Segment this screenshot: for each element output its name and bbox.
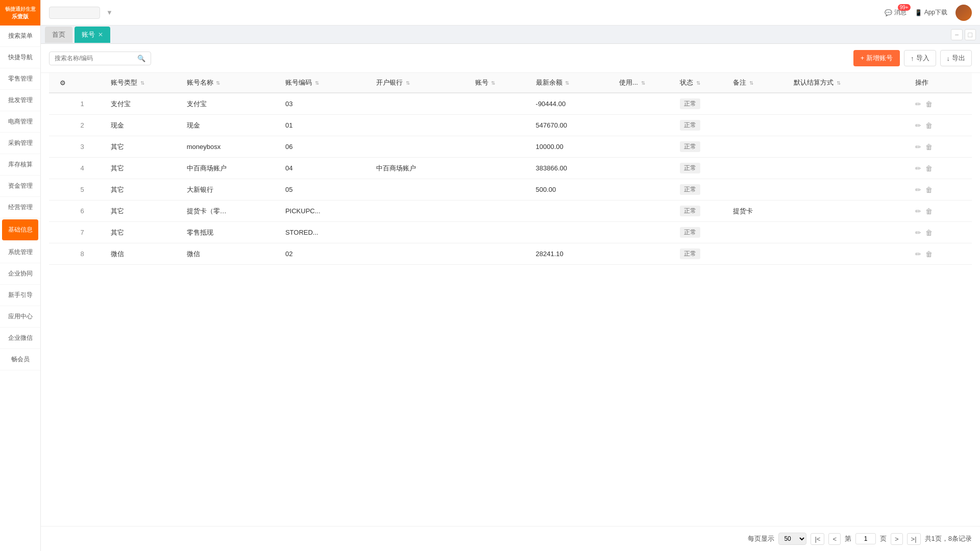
cell-bank [372,136,471,158]
tab-account[interactable]: 账号 ✕ [75,27,110,43]
sidebar-item-basic-info[interactable]: 基础信息 [2,219,38,241]
edit-button[interactable]: ✏ [915,250,921,258]
cell-usage [615,222,676,243]
cell-code: 06 [281,136,372,158]
import-button[interactable]: ↑ 导入 [904,50,936,66]
cell-status: 正常 [676,115,729,136]
tab-maximize-button[interactable]: □ [965,29,976,40]
sidebar-item-capital-mgmt[interactable]: 资金管理 [0,176,40,197]
cell-remark [729,136,790,158]
th-bank[interactable]: 开户银行 ⇅ [372,73,471,93]
search-box[interactable]: 🔍 [49,52,151,65]
th-settings[interactable]: ⚙ [49,73,77,93]
th-account[interactable]: 账号 ⇅ [471,73,532,93]
delete-button[interactable]: 🗑 [925,121,933,130]
cell-settings [49,115,77,136]
delete-button[interactable]: 🗑 [925,100,933,108]
cell-balance [532,222,616,243]
th-remark[interactable]: 备注 ⇅ [729,73,790,93]
user-avatar[interactable] [955,5,972,21]
page-size-select[interactable]: 50 100 200 [778,533,806,545]
edit-button[interactable]: ✏ [915,164,921,172]
sidebar-item-inventory-calc[interactable]: 库存核算 [0,154,40,176]
cell-status: 正常 [676,222,729,243]
cell-balance: 10000.00 [532,136,616,158]
current-page-input[interactable] [855,533,876,544]
cell-account [471,201,532,222]
cell-balance [532,201,616,222]
tab-home[interactable]: 首页 [45,27,72,43]
edit-button[interactable]: ✏ [915,229,921,237]
th-type[interactable]: 账号类型 ⇅ [107,73,183,93]
sidebar-item-member[interactable]: 畅会员 [0,349,40,370]
delete-button[interactable]: 🗑 [925,250,933,258]
cell-settings [49,158,77,179]
table-row: 3 其它 moneybosx 06 10000.00 正常 ✏ 🗑 [49,136,972,158]
cell-remark [729,93,790,115]
sidebar-item-app-center[interactable]: 应用中心 [0,306,40,328]
add-account-button[interactable]: + 新增账号 [853,50,900,66]
cell-name: moneybosx [183,136,281,158]
edit-button[interactable]: ✏ [915,121,921,130]
cell-type: 其它 [107,222,183,243]
th-status[interactable]: 状态 ⇅ [676,73,729,93]
app-download-button[interactable]: 📱 App下载 [915,8,947,17]
prev-page-button[interactable]: < [828,533,841,545]
cell-remark [729,222,790,243]
next-page-button[interactable]: > [891,533,903,545]
cell-account [471,93,532,115]
sidebar-item-wholesale-mgmt[interactable]: 批发管理 [0,90,40,111]
cell-index: 7 [77,222,107,243]
cell-type: 微信 [107,243,183,265]
delete-button[interactable]: 🗑 [925,229,933,237]
header-dropdown-icon[interactable]: ▼ [106,9,113,16]
last-page-button[interactable]: >| [907,533,921,545]
delete-button[interactable]: 🗑 [925,207,933,215]
header-right: 💬 消息 99+ 📱 App下载 [885,5,972,21]
cell-settings [49,201,77,222]
th-default-settlement[interactable]: 默认结算方式 ⇅ [790,73,911,93]
cell-usage [615,136,676,158]
th-name[interactable]: 账号名称 ⇅ [183,73,281,93]
edit-button[interactable]: ✏ [915,143,921,151]
th-usage[interactable]: 使用... ⇅ [615,73,676,93]
edit-button[interactable]: ✏ [915,100,921,108]
edit-button[interactable]: ✏ [915,186,921,194]
cell-action: ✏ 🗑 [911,243,972,265]
message-button[interactable]: 💬 消息 99+ [885,8,906,17]
sidebar-item-business-mgmt[interactable]: 经营管理 [0,197,40,218]
import-icon: ↑ [911,55,914,62]
header-search-input[interactable] [49,7,100,19]
cell-balance: 28241.10 [532,243,616,265]
cell-balance: 383866.00 [532,158,616,179]
delete-button[interactable]: 🗑 [925,164,933,172]
cell-name: 提货卡（零… [183,201,281,222]
sidebar-item-enterprise-wechat[interactable]: 企业微信 [0,328,40,349]
cell-name: 微信 [183,243,281,265]
table-row: 8 微信 微信 02 28241.10 正常 ✏ 🗑 [49,243,972,265]
tab-minimize-button[interactable]: − [951,29,962,40]
edit-button[interactable]: ✏ [915,207,921,215]
delete-button[interactable]: 🗑 [925,143,933,151]
search-input[interactable] [55,55,134,62]
cell-code: 01 [281,115,372,136]
cell-type: 其它 [107,179,183,201]
sidebar-item-retail-mgmt[interactable]: 零售管理 [0,68,40,90]
export-button[interactable]: ↓ 导出 [940,50,972,66]
delete-button[interactable]: 🗑 [925,186,933,194]
sidebar-item-search-menu[interactable]: 搜索菜单 [0,26,40,47]
sidebar-item-purchase-mgmt[interactable]: 采购管理 [0,133,40,154]
sidebar-item-system-mgmt[interactable]: 系统管理 [0,242,40,263]
table-row: 4 其它 中百商场账户 04 中百商场账户 383866.00 正常 ✏ 🗑 [49,158,972,179]
th-balance[interactable]: 最新余额 ⇅ [532,73,616,93]
sidebar-item-quick-nav[interactable]: 快捷导航 [0,47,40,68]
cell-name: 零售抵现 [183,222,281,243]
sidebar-item-ecommerce-mgmt[interactable]: 电商管理 [0,111,40,133]
tab-account-close[interactable]: ✕ [98,31,103,38]
cell-remark [729,115,790,136]
sidebar-item-new-guide[interactable]: 新手引导 [0,285,40,306]
th-code[interactable]: 账号编码 ⇅ [281,73,372,93]
sidebar-item-enterprise-agreement[interactable]: 企业协同 [0,263,40,285]
first-page-button[interactable]: |< [811,533,824,545]
app-logo: 畅捷通好生意 乐壹版 [0,0,40,26]
